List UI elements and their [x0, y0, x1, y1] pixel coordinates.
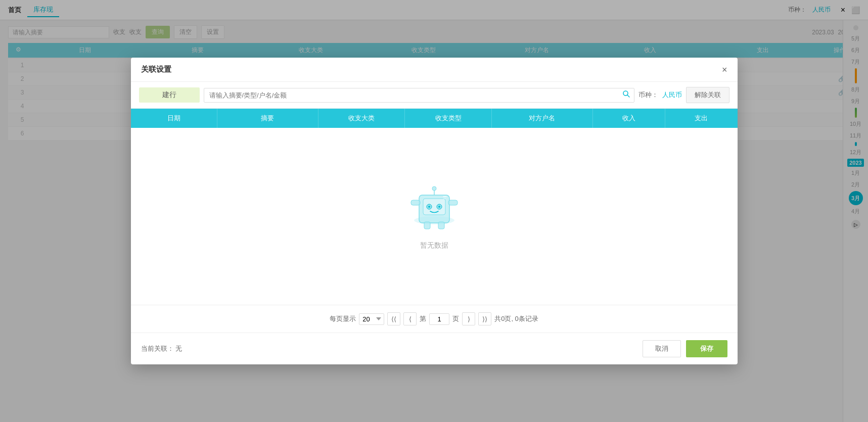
col-counterparty: 对方户名: [492, 109, 593, 128]
col-summary: 摘要: [217, 109, 318, 128]
svg-line-1: [627, 95, 629, 97]
col-date: 日期: [131, 109, 217, 128]
bank-tag: 建行: [139, 87, 200, 103]
save-button[interactable]: 保存: [686, 340, 727, 357]
page-label: 第: [420, 314, 426, 323]
svg-point-8: [438, 206, 440, 208]
svg-rect-9: [424, 222, 430, 229]
col-expense: 支出: [665, 109, 738, 128]
total-info: 共0页, 0条记录: [494, 314, 538, 323]
page-size-select[interactable]: 20 50 100: [359, 313, 384, 325]
page-suffix: 页: [452, 314, 459, 323]
current-link-label: 当前关联：: [141, 345, 174, 352]
modal-title: 关联设置: [141, 65, 171, 74]
current-link-value: 无: [175, 345, 182, 352]
modal-overlay: 关联设置 × 建行 币种： 人民币 解除关联 日期 摘要 收支: [0, 0, 868, 422]
svg-rect-11: [411, 200, 420, 205]
svg-rect-10: [438, 222, 444, 229]
currency-label: 币种：: [638, 90, 658, 100]
empty-state: 暂无数据: [404, 182, 465, 250]
modal-footer: 当前关联： 无 取消 保存: [131, 333, 738, 364]
prev-page-button[interactable]: ⟨: [403, 312, 417, 325]
page-number-input[interactable]: [429, 313, 449, 325]
col-category: 收支大类: [318, 109, 405, 128]
current-link-info: 当前关联： 无: [141, 344, 182, 353]
search-input[interactable]: [204, 88, 634, 103]
modal-toolbar: 建行 币种： 人民币 解除关联: [131, 82, 738, 109]
modal-dialog: 关联设置 × 建行 币种： 人民币 解除关联 日期 摘要 收支: [131, 58, 738, 364]
col-type: 收支类型: [405, 109, 491, 128]
first-page-button[interactable]: ⟨⟨: [387, 312, 400, 325]
svg-rect-12: [448, 200, 458, 205]
search-button[interactable]: [622, 90, 630, 100]
svg-point-14: [432, 186, 436, 191]
table-body: 暂无数据: [131, 128, 738, 305]
next-page-button[interactable]: ⟩: [462, 312, 475, 325]
modal-close-button[interactable]: ×: [722, 65, 727, 74]
footer-buttons: 取消 保存: [643, 340, 727, 357]
last-page-button[interactable]: ⟩⟩: [478, 312, 491, 325]
empty-text: 暂无数据: [420, 241, 448, 250]
empty-illustration: [404, 182, 465, 233]
pagination-area: 每页显示 20 50 100 ⟨⟨ ⟨ 第 页 ⟩ ⟩⟩ 共0页, 0条记录: [131, 305, 738, 333]
table-header: 日期 摘要 收支大类 收支类型 对方户名 收入 支出: [131, 109, 738, 128]
cancel-button[interactable]: 取消: [643, 340, 681, 357]
svg-point-7: [428, 206, 430, 208]
search-box: [204, 88, 634, 103]
col-income: 收入: [593, 109, 665, 128]
modal-header: 关联设置 ×: [131, 58, 738, 82]
currency-value: 人民币: [662, 90, 682, 100]
unlink-button[interactable]: 解除关联: [686, 87, 729, 103]
page-size-label: 每页显示: [330, 314, 356, 323]
